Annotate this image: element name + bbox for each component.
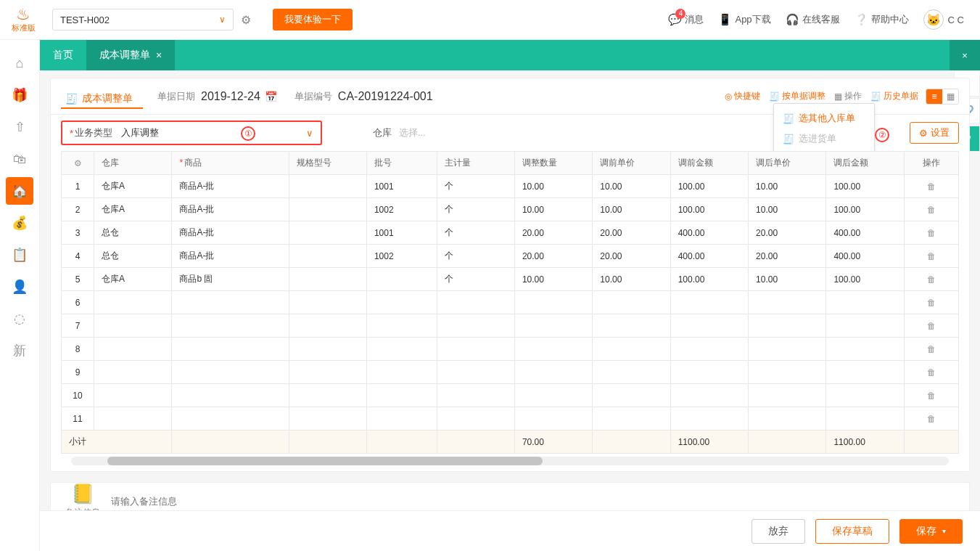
delete-row-button[interactable]: 🗑 [904,384,958,407]
delete-row-button[interactable]: 🗑 [904,338,958,361]
cell-pre-amount[interactable]: 400.00 [670,245,748,268]
settings-button[interactable]: ⚙设置 [910,122,959,144]
cell-warehouse[interactable] [94,407,172,430]
cell-product[interactable] [172,338,289,361]
history-link[interactable]: 🧾历史单据 [870,90,918,102]
operation-link[interactable]: ▦操作 [834,90,862,102]
cell-qty[interactable] [514,314,592,338]
cell-unit[interactable] [437,384,514,407]
cell-post-amount[interactable] [826,361,904,384]
cell-pre-amount[interactable] [670,291,748,314]
app-download-link[interactable]: 📱 App下载 [718,13,770,26]
cell-batch[interactable] [366,268,437,291]
nav-new[interactable]: 新 [6,337,33,364]
nav-money[interactable]: 💰 [6,209,33,237]
messages-link[interactable]: 💬 消息 4 [668,13,704,26]
nav-bag[interactable]: 🛍 [6,145,33,173]
table-row[interactable]: 1仓库A商品A-批1001个10.0010.00100.0010.00100.0… [62,175,959,198]
cell-pre-price[interactable] [593,361,670,384]
view-grid[interactable]: ▦ [942,89,958,104]
col-spec[interactable]: 规格型号 [289,152,366,175]
cell-product[interactable]: 商品A-批 [172,221,289,245]
table-row[interactable]: 4总仓商品A-批1002个20.0020.00400.0020.00400.00… [62,245,959,268]
cell-qty[interactable]: 10.00 [514,198,592,221]
cell-spec[interactable] [289,268,366,291]
cell-spec[interactable] [289,361,366,384]
cell-pre-price[interactable]: 10.00 [593,175,670,198]
delete-row-button[interactable]: 🗑 [904,221,958,245]
doc-type-tab[interactable]: 🧾 成本调整单 [61,84,143,109]
save-draft-button[interactable]: 保存草稿 [815,519,889,544]
cell-qty[interactable] [514,291,592,314]
scrollbar-thumb[interactable] [107,457,543,465]
shortcut-link[interactable]: ◎快捷键 [725,90,760,102]
cell-unit[interactable]: 个 [437,268,514,291]
cell-warehouse[interactable]: 仓库A [94,175,172,198]
user-menu[interactable]: 🐱 C C [923,9,964,30]
cell-post-price[interactable]: 10.00 [749,175,826,198]
cell-product[interactable]: 商品A-批 [172,175,289,198]
cell-warehouse[interactable] [94,291,172,314]
cell-spec[interactable] [289,198,366,221]
cell-spec[interactable] [289,291,366,314]
nav-flow[interactable]: ◌ [6,305,33,332]
cell-post-amount[interactable]: 400.00 [826,221,904,245]
cell-batch[interactable] [366,361,437,384]
cell-pre-price[interactable]: 20.00 [593,221,670,245]
tab-cost-adjust[interactable]: 成本调整单 × [86,40,175,70]
cell-product[interactable] [172,384,289,407]
cell-unit[interactable] [437,407,514,430]
cell-spec[interactable] [289,407,366,430]
cell-post-amount[interactable]: 100.00 [826,198,904,221]
col-warehouse[interactable]: 仓库 [94,152,172,175]
cell-post-amount[interactable] [826,338,904,361]
nav-up[interactable]: ⇧ [6,113,33,141]
cell-qty[interactable] [514,407,592,430]
cell-post-amount[interactable]: 100.00 [826,175,904,198]
cell-pre-price[interactable] [593,314,670,338]
cell-post-amount[interactable] [826,384,904,407]
doc-date-field[interactable]: 单据日期 2019-12-24 📅 [157,90,277,103]
table-row[interactable]: 11🗑 [62,407,959,430]
warehouse-select[interactable]: 仓库 选择... [373,126,426,139]
cell-unit[interactable] [437,291,514,314]
cell-post-price[interactable]: 10.00 [749,198,826,221]
cell-pre-price[interactable]: 10.00 [593,268,670,291]
cell-batch[interactable]: 1002 [366,198,437,221]
cell-pre-amount[interactable]: 100.00 [670,175,748,198]
cell-batch[interactable]: 1001 [366,175,437,198]
cell-product[interactable] [172,407,289,430]
cell-post-amount[interactable] [826,407,904,430]
table-row[interactable]: 8🗑 [62,338,959,361]
cell-spec[interactable] [289,221,366,245]
header-gear[interactable]: ⚙ [62,152,94,175]
cell-pre-amount[interactable]: 100.00 [670,268,748,291]
col-product[interactable]: *商品 [172,152,289,175]
nav-member[interactable]: 👤 [6,273,33,301]
cell-post-price[interactable] [749,361,826,384]
cell-spec[interactable] [289,175,366,198]
gear-icon[interactable]: ⚙ [241,13,251,27]
org-select[interactable]: TEST-H002 ∨ [52,9,234,30]
cell-product[interactable] [172,361,289,384]
cell-qty[interactable] [514,338,592,361]
cell-post-amount[interactable]: 400.00 [826,245,904,268]
cell-warehouse[interactable]: 总仓 [94,221,172,245]
table-row[interactable]: 7🗑 [62,314,959,338]
cell-post-price[interactable] [749,384,826,407]
horizontal-scrollbar[interactable] [71,457,949,465]
nav-home[interactable]: ⌂ [6,49,33,77]
cell-pre-amount[interactable]: 400.00 [670,221,748,245]
cell-pre-price[interactable]: 20.00 [593,245,670,268]
cell-qty[interactable] [514,361,592,384]
delete-row-button[interactable]: 🗑 [904,268,958,291]
cell-qty[interactable]: 10.00 [514,175,592,198]
cell-warehouse[interactable] [94,314,172,338]
cell-post-price[interactable]: 20.00 [749,221,826,245]
cell-batch[interactable] [366,314,437,338]
view-list[interactable]: ≡ [926,89,942,104]
cell-warehouse[interactable]: 仓库A [94,268,172,291]
nav-doc[interactable]: 📋 [6,241,33,269]
adjust-by-bill-link[interactable]: 🧾按单据调整 [769,90,825,102]
cell-unit[interactable]: 个 [437,221,514,245]
